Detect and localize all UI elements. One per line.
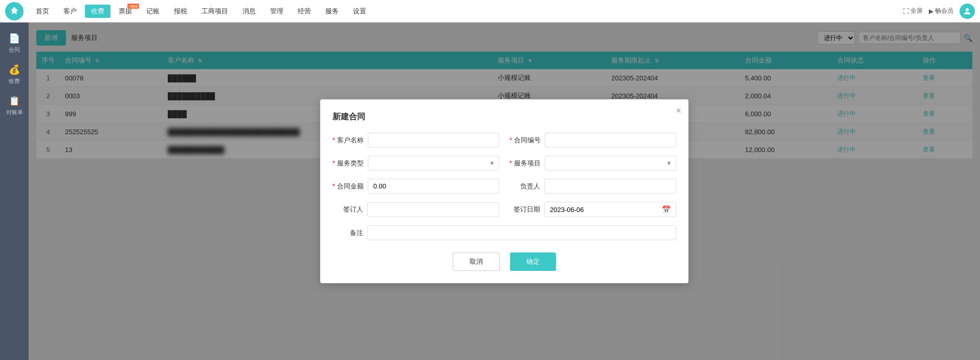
sidebar: 📄 合同 💰 收费 📋 对账单	[0, 23, 29, 360]
nav-message[interactable]: 消息	[236, 5, 262, 18]
top-nav: 首页 客户 收费 票据 new 记账 报税 工商项目 消息 管理 经营 服务 设…	[0, 0, 980, 23]
client-name-input[interactable]	[368, 133, 499, 147]
statement-icon: 📋	[9, 95, 20, 107]
service-type-select-wrap: ▼	[368, 156, 499, 171]
member-button[interactable]: ▶ 畅会员	[929, 7, 953, 15]
sidebar-item-fee[interactable]: 💰 收费	[0, 59, 29, 90]
sidebar-item-statement[interactable]: 📋 对账单	[0, 90, 29, 121]
sign-date-input[interactable]	[550, 206, 660, 214]
contract-no-row: 合同编号	[509, 133, 676, 147]
nav-tax[interactable]: 报税	[168, 5, 193, 18]
remark-input[interactable]	[367, 225, 676, 240]
service-type-select[interactable]	[368, 156, 499, 171]
service-item-select[interactable]	[545, 156, 676, 171]
modal-overlay[interactable]: × 新建合同 客户名称 合同编号 服务类型	[29, 23, 980, 360]
nav-business[interactable]: 工商项目	[195, 5, 234, 18]
member-icon: ▶	[929, 8, 933, 15]
remark-row: 备注	[332, 225, 676, 240]
responsible-label: 负责人	[509, 182, 540, 191]
client-name-row: 客户名称	[332, 133, 499, 147]
nav-manage[interactable]: 管理	[264, 5, 289, 18]
nav-invoice[interactable]: 票据 new	[113, 5, 138, 18]
modal-close-button[interactable]: ×	[676, 105, 681, 116]
modal-dialog: × 新建合同 客户名称 合同编号 服务类型	[320, 99, 688, 283]
fullscreen-icon: ⛶	[903, 8, 909, 15]
content-area: 新增 服务项目 进行中 🔍 序号 合同编号 ⇅ 客户名称 ⇅ 服务项目 ▼ 服务…	[29, 23, 980, 360]
fee-icon: 💰	[9, 64, 20, 75]
responsible-row: 负责人	[509, 179, 676, 194]
signer-input[interactable]	[367, 202, 499, 217]
modal-footer: 取消 确定	[332, 252, 676, 271]
top-nav-right: ⛶ 全屏 ▶ 畅会员	[903, 4, 975, 19]
sign-date-label: 签订日期	[509, 205, 540, 214]
nav-fee[interactable]: 收费	[85, 5, 110, 18]
service-type-row: 服务类型 ▼	[332, 156, 499, 171]
client-name-label: 客户名称	[332, 136, 364, 145]
signer-row: 签订人	[332, 202, 499, 217]
cancel-button[interactable]: 取消	[453, 252, 500, 271]
responsible-input[interactable]	[544, 179, 676, 194]
modal-title: 新建合同	[332, 112, 676, 122]
service-type-label: 服务类型	[332, 159, 364, 168]
nav-items: 首页 客户 收费 票据 new 记账 报税 工商项目 消息 管理 经营 服务 设…	[30, 5, 903, 18]
app-logo	[5, 2, 24, 20]
contract-no-label: 合同编号	[509, 136, 541, 145]
sign-date-row: 签订日期 📅	[509, 202, 676, 217]
sidebar-item-contract[interactable]: 📄 合同	[0, 28, 29, 59]
amount-label: 合同金额	[332, 182, 364, 191]
nav-client[interactable]: 客户	[57, 5, 83, 18]
nav-bookkeeping[interactable]: 记账	[140, 5, 166, 18]
avatar[interactable]	[960, 4, 975, 19]
amount-input[interactable]	[368, 179, 499, 194]
form-grid: 客户名称 合同编号 服务类型 ▼	[332, 133, 676, 240]
main-layout: 📄 合同 💰 收费 📋 对账单 新增 服务项目 进行中 🔍	[0, 23, 980, 360]
svg-point-0	[966, 8, 969, 11]
contract-icon: 📄	[9, 33, 20, 44]
calendar-icon[interactable]: 📅	[662, 205, 671, 214]
contract-no-input[interactable]	[545, 133, 676, 147]
service-item-select-wrap: ▼	[545, 156, 676, 171]
confirm-button[interactable]: 确定	[510, 252, 556, 271]
amount-row: 合同金额	[332, 179, 499, 194]
new-tag: new	[127, 4, 139, 9]
sign-date-wrap: 📅	[544, 202, 676, 217]
nav-operation[interactable]: 经营	[292, 5, 317, 18]
remark-label: 备注	[332, 228, 363, 238]
signer-label: 签订人	[332, 205, 363, 214]
nav-setting[interactable]: 设置	[347, 5, 372, 18]
nav-service[interactable]: 服务	[319, 5, 345, 18]
service-item-label: 服务项目	[509, 159, 541, 168]
nav-home[interactable]: 首页	[30, 5, 55, 18]
service-item-row: 服务项目 ▼	[509, 156, 676, 171]
fullscreen-button[interactable]: ⛶ 全屏	[903, 7, 923, 15]
